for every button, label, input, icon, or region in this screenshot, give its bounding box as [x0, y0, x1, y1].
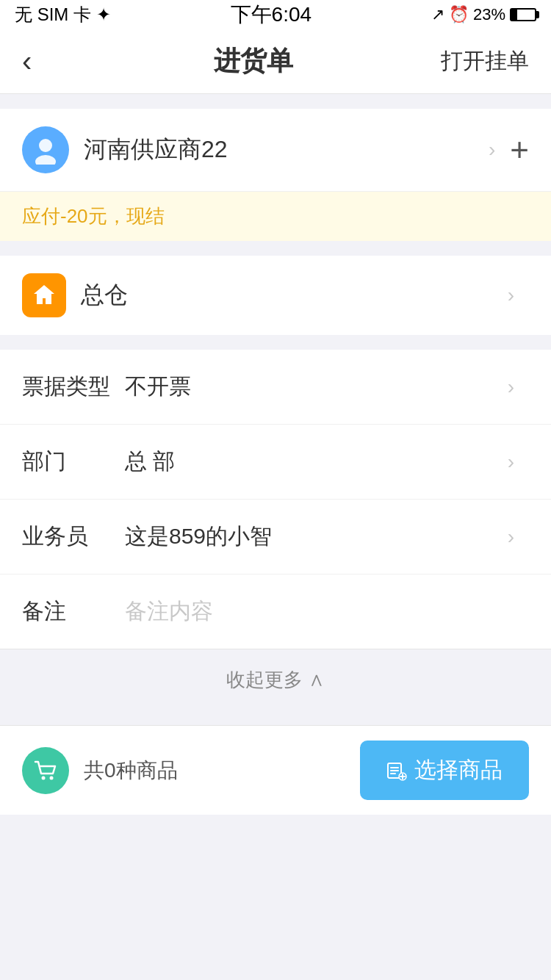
department-row[interactable]: 部门 总 部 › — [0, 424, 551, 499]
avatar — [22, 126, 69, 173]
section-gap-1 — [0, 94, 551, 109]
product-count-label: 共0种商品 — [84, 757, 360, 785]
status-bar: 无 SIM 卡 ✦ 下午6:04 ↗ ⏰ 23% — [0, 0, 551, 29]
section-gap-3 — [0, 335, 551, 350]
salesperson-value: 这是859的小智 — [125, 522, 508, 552]
select-product-button[interactable]: 选择商品 — [360, 741, 529, 800]
back-button[interactable]: ‹ — [22, 45, 66, 78]
status-left: 无 SIM 卡 ✦ — [15, 3, 111, 26]
invoice-type-label: 票据类型 — [22, 372, 125, 402]
svg-point-0 — [39, 139, 52, 152]
svg-point-1 — [35, 155, 56, 165]
warehouse-chevron-icon: › — [508, 284, 514, 307]
collapse-bar[interactable]: 收起更多 ∧ — [0, 649, 551, 710]
supplier-chevron-icon: › — [489, 138, 495, 162]
collapse-label: 收起更多 ∧ — [226, 667, 324, 693]
section-gap-2 — [0, 241, 551, 256]
status-right: ↗ ⏰ 23% — [431, 5, 536, 24]
location-icon: ↗ — [431, 5, 444, 24]
salesperson-chevron-icon: › — [508, 525, 514, 549]
product-bar: 共0种商品 选择商品 — [0, 725, 551, 815]
invoice-type-value: 不开票 — [125, 372, 508, 402]
svg-point-2 — [42, 776, 46, 779]
alarm-icon: ⏰ — [449, 5, 469, 24]
supplier-name: 河南供应商22 — [84, 134, 489, 166]
battery-label: 23% — [473, 5, 505, 24]
department-value: 总 部 — [125, 447, 508, 477]
salesperson-row[interactable]: 业务员 这是859的小智 › — [0, 499, 551, 574]
page-title: 进货单 — [214, 43, 293, 79]
sim-label: 无 SIM 卡 ✦ — [15, 3, 111, 26]
status-time: 下午6:04 — [231, 1, 312, 29]
remark-value: 备注内容 — [125, 597, 529, 627]
section-gap-4 — [0, 710, 551, 725]
department-chevron-icon: › — [508, 450, 514, 474]
bottom-space — [0, 815, 551, 980]
department-label: 部门 — [22, 447, 125, 477]
notice-text: 应付-20元，现结 — [22, 205, 165, 227]
salesperson-label: 业务员 — [22, 522, 125, 552]
remark-label: 备注 — [22, 597, 125, 627]
invoice-type-row[interactable]: 票据类型 不开票 › — [0, 350, 551, 424]
nav-bar: ‹ 进货单 打开挂单 — [0, 29, 551, 94]
svg-point-3 — [50, 776, 54, 779]
warehouse-name: 总仓 — [81, 279, 508, 311]
open-pending-button[interactable]: 打开挂单 — [441, 46, 529, 76]
warehouse-icon — [22, 273, 66, 317]
select-product-label: 选择商品 — [414, 755, 503, 785]
warehouse-row[interactable]: 总仓 › — [0, 256, 551, 335]
form-card: 票据类型 不开票 › 部门 总 部 › 业务员 这是859的小智 › 备注 备注… — [0, 350, 551, 649]
select-product-icon — [386, 760, 407, 781]
notice-bar: 应付-20元，现结 — [0, 192, 551, 241]
warehouse-card: 总仓 › — [0, 256, 551, 335]
invoice-type-chevron-icon: › — [508, 375, 514, 399]
add-supplier-button[interactable]: + — [510, 134, 529, 166]
supplier-row[interactable]: 河南供应商22 › + — [0, 109, 551, 192]
remark-row[interactable]: 备注 备注内容 — [0, 574, 551, 649]
battery-icon — [510, 8, 536, 21]
cart-icon — [22, 747, 69, 794]
supplier-card: 河南供应商22 › + 应付-20元，现结 — [0, 109, 551, 241]
